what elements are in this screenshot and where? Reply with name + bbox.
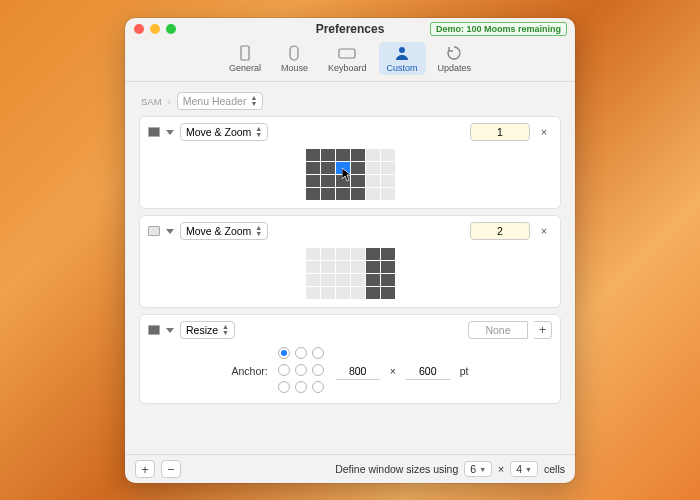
popup-value: 4 — [516, 463, 522, 475]
tab-custom[interactable]: Custom — [379, 42, 426, 75]
grid-cell[interactable] — [381, 188, 395, 200]
grid-cell[interactable] — [381, 274, 395, 286]
menu-header-popup[interactable]: Menu Header ▲▼ — [177, 92, 264, 110]
grid-cell[interactable] — [336, 261, 350, 273]
movezoom-grid[interactable] — [306, 149, 395, 200]
grid-cell[interactable] — [336, 162, 350, 174]
anchor-radio[interactable] — [278, 364, 290, 376]
tab-updates[interactable]: Updates — [430, 42, 480, 75]
grid-cell[interactable] — [351, 274, 365, 286]
grid-cell[interactable] — [321, 287, 335, 299]
minimize-button[interactable] — [150, 24, 160, 34]
custom-icon — [392, 44, 412, 62]
grid-cell[interactable] — [381, 162, 395, 174]
disclosure-toggle[interactable] — [166, 328, 174, 333]
grid-cell[interactable] — [381, 175, 395, 187]
grid-cell[interactable] — [351, 188, 365, 200]
disclosure-toggle[interactable] — [166, 229, 174, 234]
grid-cell[interactable] — [336, 149, 350, 161]
updown-icon: ▲▼ — [222, 324, 229, 336]
grid-cell[interactable] — [306, 248, 320, 260]
anchor-radio[interactable] — [295, 381, 307, 393]
grid-cell[interactable] — [336, 287, 350, 299]
grid-cell[interactable] — [351, 149, 365, 161]
grid-cell[interactable] — [306, 188, 320, 200]
row-swatch-icon[interactable] — [148, 325, 160, 335]
grid-cell[interactable] — [351, 248, 365, 260]
times-label: × — [390, 365, 396, 377]
tab-general[interactable]: General — [221, 42, 269, 75]
grid-cell[interactable] — [366, 274, 380, 286]
grid-cell[interactable] — [351, 261, 365, 273]
close-button[interactable] — [134, 24, 144, 34]
grid-cell[interactable] — [366, 162, 380, 174]
traffic-lights — [134, 24, 176, 34]
anchor-radio[interactable] — [278, 347, 290, 359]
hotkey-clear-button[interactable]: × — [536, 225, 552, 237]
anchor-radio[interactable] — [312, 381, 324, 393]
grid-cell[interactable] — [381, 261, 395, 273]
movezoom-grid[interactable] — [306, 248, 395, 299]
grid-cell[interactable] — [321, 175, 335, 187]
anchor-radio[interactable] — [295, 364, 307, 376]
grid-cell[interactable] — [336, 248, 350, 260]
disclosure-toggle[interactable] — [166, 130, 174, 135]
grid-cell[interactable] — [351, 162, 365, 174]
grid-cell[interactable] — [381, 248, 395, 260]
grid-cell[interactable] — [321, 149, 335, 161]
grid-cell[interactable] — [321, 274, 335, 286]
anchor-radio[interactable] — [295, 347, 307, 359]
hotkey-field[interactable]: None — [468, 321, 528, 339]
anchor-radio[interactable] — [312, 347, 324, 359]
row-swatch-icon[interactable] — [148, 127, 160, 137]
grid-rows-popup[interactable]: 4 ▼ — [510, 461, 538, 477]
anchor-radio[interactable] — [312, 364, 324, 376]
tab-mouse[interactable]: Mouse — [273, 42, 316, 75]
hotkey-field[interactable]: 1 — [470, 123, 530, 141]
hotkey-clear-button[interactable]: × — [536, 126, 552, 138]
grid-cell[interactable] — [336, 175, 350, 187]
grid-cell[interactable] — [321, 261, 335, 273]
add-row-button[interactable]: + — [135, 460, 155, 478]
anchor-radio[interactable] — [278, 381, 290, 393]
grid-cell[interactable] — [366, 248, 380, 260]
action-type-popup[interactable]: Move & Zoom ▲▼ — [180, 222, 268, 240]
tab-keyboard[interactable]: Keyboard — [320, 42, 375, 75]
grid-cell[interactable] — [336, 274, 350, 286]
grid-cell[interactable] — [366, 287, 380, 299]
grid-cell[interactable] — [381, 149, 395, 161]
grid-cell[interactable] — [306, 149, 320, 161]
grid-cell[interactable] — [306, 162, 320, 174]
grid-cell[interactable] — [366, 261, 380, 273]
grid-cell[interactable] — [306, 261, 320, 273]
row-swatch-icon[interactable] — [148, 226, 160, 236]
general-icon — [235, 44, 255, 62]
tab-label: Mouse — [281, 63, 308, 73]
grid-cell[interactable] — [351, 175, 365, 187]
define-label: Define window sizes using — [335, 463, 458, 475]
hotkey-add-button[interactable]: + — [534, 321, 552, 339]
width-field[interactable] — [336, 363, 380, 380]
grid-cell[interactable] — [321, 162, 335, 174]
grid-cell[interactable] — [366, 188, 380, 200]
grid-cols-popup[interactable]: 6 ▼ — [464, 461, 492, 477]
zoom-button[interactable] — [166, 24, 176, 34]
grid-cell[interactable] — [336, 188, 350, 200]
grid-cell[interactable] — [366, 175, 380, 187]
hotkey-field[interactable]: 2 — [470, 222, 530, 240]
grid-cell[interactable] — [321, 188, 335, 200]
grid-cell[interactable] — [306, 175, 320, 187]
action-type-popup[interactable]: Resize ▲▼ — [180, 321, 235, 339]
height-field[interactable] — [406, 363, 450, 380]
popup-label: Move & Zoom — [186, 126, 251, 138]
grid-cell[interactable] — [306, 274, 320, 286]
action-type-popup[interactable]: Move & Zoom ▲▼ — [180, 123, 268, 141]
remove-row-button[interactable]: − — [161, 460, 181, 478]
demo-badge: Demo: 100 Mooms remaining — [430, 22, 567, 36]
grid-cell[interactable] — [321, 248, 335, 260]
grid-cell[interactable] — [366, 149, 380, 161]
grid-cell[interactable] — [306, 287, 320, 299]
grid-cell[interactable] — [381, 287, 395, 299]
svg-rect-1 — [290, 46, 298, 60]
grid-cell[interactable] — [351, 287, 365, 299]
